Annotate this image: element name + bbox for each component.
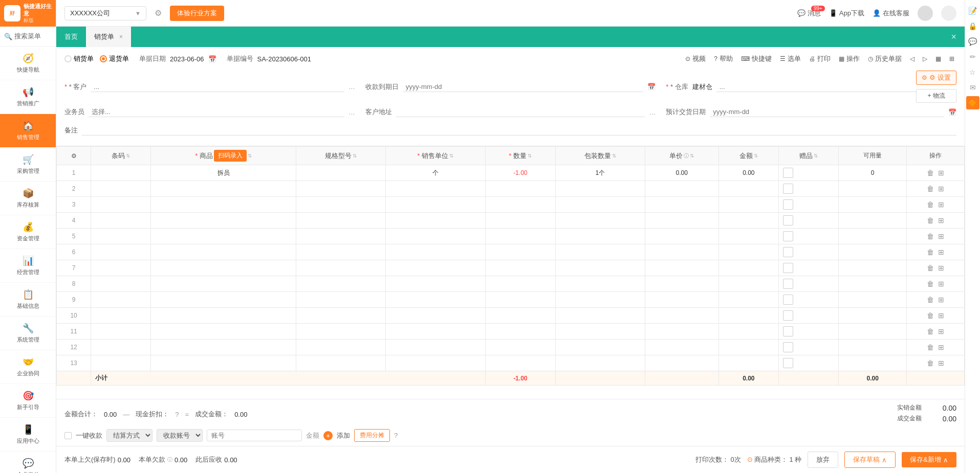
gift-checkbox[interactable]: [783, 199, 793, 210]
th-barcode[interactable]: 条码⇅: [91, 147, 151, 165]
copy-icon[interactable]: ⊞: [938, 296, 944, 304]
right-icon-alert[interactable]: 🔶: [966, 96, 979, 109]
tab-home[interactable]: 首页: [56, 27, 86, 47]
discard-button[interactable]: 放弃: [808, 452, 838, 468]
copy-icon[interactable]: ⊞: [938, 185, 944, 193]
cell-product[interactable]: 拆员: [151, 165, 296, 181]
salesperson-dots-icon[interactable]: …: [349, 108, 355, 116]
th-spec[interactable]: 规格型号⇅: [296, 147, 385, 165]
btn-grid2[interactable]: ⊞: [947, 54, 956, 63]
delete-icon[interactable]: 🗑: [927, 296, 934, 304]
delete-icon[interactable]: 🗑: [927, 264, 934, 272]
delete-icon[interactable]: 🗑: [927, 280, 934, 288]
sidebar-item-inventory[interactable]: 📦 库存核算: [0, 182, 56, 215]
customer-dots-icon[interactable]: …: [349, 83, 355, 91]
delete-icon[interactable]: 🗑: [927, 311, 934, 320]
save-draft-button[interactable]: 保存草稿 ∧: [844, 452, 896, 468]
sidebar-item-operations[interactable]: 📊 经营管理: [0, 249, 56, 283]
btn-prev[interactable]: ◁: [908, 54, 917, 63]
table-container[interactable]: ⚙ 条码⇅ *商品 扫码录入 ⇅ 规格型号⇅: [56, 146, 965, 399]
close-all-tabs[interactable]: ×: [943, 32, 965, 42]
sidebar-item-purchase[interactable]: 🛒 采购管理: [0, 148, 56, 182]
gift-checkbox[interactable]: [783, 168, 793, 178]
right-icon-message[interactable]: 💬: [966, 35, 979, 48]
delete-icon[interactable]: 🗑: [927, 232, 934, 240]
cell-gift[interactable]: [778, 165, 838, 181]
receipt-date-input[interactable]: [403, 82, 644, 92]
delete-icon[interactable]: 🗑: [927, 200, 934, 209]
th-unit-price[interactable]: 单价ⓘ⇅: [645, 147, 718, 165]
fee-help-icon[interactable]: ?: [394, 432, 398, 439]
tab-sales-order[interactable]: 销货单 ×: [86, 27, 131, 47]
delete-icon[interactable]: 🗑: [927, 248, 934, 256]
gift-checkbox[interactable]: [783, 295, 793, 305]
cell-spec[interactable]: [296, 165, 385, 181]
sidebar-item-quick-nav[interactable]: 🧭 快捷导航: [0, 47, 56, 80]
gift-checkbox[interactable]: [783, 279, 793, 289]
expected-date-input[interactable]: [710, 107, 944, 117]
gift-checkbox[interactable]: [783, 231, 793, 241]
gift-checkbox[interactable]: [783, 358, 793, 368]
delete-icon[interactable]: 🗑: [927, 343, 934, 351]
gift-checkbox[interactable]: [783, 310, 793, 321]
expected-calendar-icon[interactable]: 📅: [948, 108, 956, 116]
btn-operations[interactable]: ▦ 操作: [837, 53, 862, 64]
customer-input[interactable]: [91, 82, 344, 92]
copy-icon[interactable]: ⊞: [938, 327, 944, 335]
delete-icon[interactable]: 🗑: [927, 327, 934, 335]
gift-checkbox[interactable]: [783, 263, 793, 273]
th-product[interactable]: *商品 扫码录入 ⇅: [151, 147, 296, 165]
topbar-gear-icon[interactable]: ⚙: [153, 6, 164, 20]
right-icon-note[interactable]: 📝: [966, 4, 979, 17]
logistics-button[interactable]: + 物流: [916, 89, 956, 103]
note-input[interactable]: [82, 125, 956, 136]
customer-address-input[interactable]: [396, 107, 645, 117]
save-new-button[interactable]: 保存&新增 ∧: [902, 452, 956, 467]
copy-icon[interactable]: ⊞: [938, 248, 944, 256]
gift-checkbox[interactable]: [783, 342, 793, 352]
address-dots-icon[interactable]: …: [649, 108, 656, 116]
add-payment-btn[interactable]: +: [323, 431, 333, 440]
cell-amount[interactable]: 0.00: [718, 165, 778, 181]
btn-history[interactable]: ◷ 历史单据: [866, 53, 904, 64]
th-pkg-qty[interactable]: 包装数量⇅: [555, 147, 645, 165]
copy-icon[interactable]: ⊞: [938, 311, 944, 320]
sidebar-item-guide[interactable]: 🎯 新手引导: [0, 384, 56, 418]
delete-icon[interactable]: 🗑: [927, 169, 934, 177]
warehouse-input[interactable]: [716, 82, 917, 92]
btn-shortcut[interactable]: ⌨ 快捷键: [739, 53, 774, 64]
discount-help-icon[interactable]: ?: [175, 411, 179, 418]
cell-quantity[interactable]: -1.00: [485, 165, 555, 181]
user-avatar[interactable]: [918, 6, 933, 21]
th-settings[interactable]: ⚙: [57, 147, 91, 165]
delete-icon[interactable]: 🗑: [927, 359, 934, 367]
cell-unit[interactable]: 个: [385, 165, 485, 181]
date-calendar-icon[interactable]: 📅: [208, 55, 216, 63]
sidebar-item-enterprise[interactable]: 🤝 企业协同: [0, 350, 56, 384]
sidebar-item-system[interactable]: 🔧 系统管理: [0, 317, 56, 350]
radio-return-order[interactable]: 退货单: [100, 54, 129, 63]
right-icon-star[interactable]: ☆: [966, 65, 979, 79]
btn-print[interactable]: 🖨 打印: [807, 53, 833, 64]
sidebar-item-apps[interactable]: 📱 应用中心: [0, 418, 56, 452]
company-selector[interactable]: XXXXXX公司 ▼: [64, 6, 146, 20]
copy-icon[interactable]: ⊞: [938, 343, 944, 351]
topbar-app-download[interactable]: 📱 App下载: [829, 9, 864, 18]
save-draft-chevron-icon[interactable]: ∧: [882, 456, 887, 464]
trial-button[interactable]: 体验行业方案: [170, 6, 224, 21]
th-unit[interactable]: *销售单位⇅: [385, 147, 485, 165]
delete-icon[interactable]: 🗑: [927, 216, 934, 224]
copy-icon[interactable]: ⊞: [938, 232, 944, 240]
sidebar-item-wechat[interactable]: 💬 企业微信: [0, 452, 56, 473]
cell-barcode[interactable]: [91, 165, 151, 181]
salesperson-input[interactable]: [89, 107, 344, 117]
copy-icon[interactable]: ⊞: [938, 200, 944, 209]
scan-btn[interactable]: 扫码录入: [214, 150, 247, 162]
right-icon-edit[interactable]: ✏: [966, 50, 979, 63]
payment-checkbox[interactable]: [64, 432, 72, 439]
owed-help-icon[interactable]: ⓘ: [167, 456, 172, 463]
gift-checkbox[interactable]: [783, 184, 793, 194]
radio-sales-order[interactable]: 销货单: [64, 54, 94, 63]
right-icon-mail[interactable]: ✉: [966, 81, 979, 94]
cell-unit-price[interactable]: 0.00: [645, 165, 718, 181]
